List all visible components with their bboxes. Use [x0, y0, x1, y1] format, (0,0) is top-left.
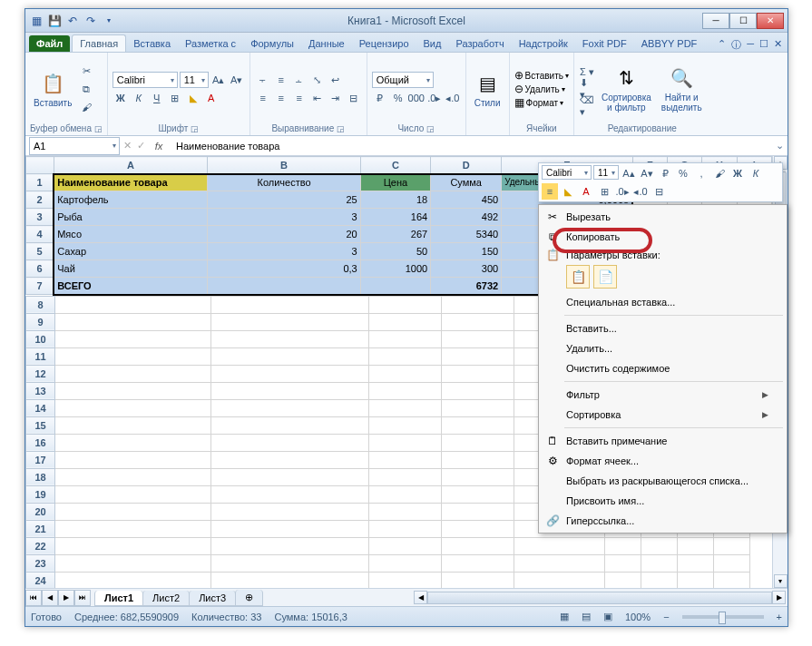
mini-currency-icon[interactable]: ₽ [657, 165, 673, 181]
cell[interactable]: Количество [208, 174, 360, 191]
merge-icon[interactable]: ⊟ [346, 90, 362, 106]
cell[interactable]: 25 [208, 191, 360, 209]
cell[interactable] [55, 416, 211, 434]
cell[interactable] [369, 365, 442, 382]
doc-min-icon[interactable]: ─ [747, 38, 754, 52]
cells-insert-button[interactable]: ⊕Вставить ▾ [514, 69, 569, 82]
font-size-combo[interactable]: 11 [180, 72, 209, 88]
cell[interactable] [211, 382, 369, 399]
ctx-paste-special[interactable]: Специальная вставка... [541, 292, 785, 312]
cell[interactable] [211, 554, 369, 572]
hscroll-thumb[interactable] [427, 592, 772, 604]
cell[interactable] [678, 554, 714, 572]
row-header[interactable]: 9 [26, 313, 55, 330]
cells-delete-button[interactable]: ⊖Удалить ▾ [514, 83, 569, 95]
cell[interactable]: 1000 [360, 260, 431, 278]
cell[interactable] [211, 485, 369, 503]
ctx-copy[interactable]: ⧉Копировать [541, 227, 785, 247]
indent-dec-icon[interactable]: ⇤ [309, 90, 326, 106]
mini-bold-button[interactable]: Ж [729, 165, 746, 181]
cell[interactable] [211, 296, 369, 313]
currency-icon[interactable]: ₽ [372, 90, 388, 106]
select-all-corner[interactable] [26, 157, 54, 174]
row-header[interactable]: 19 [26, 485, 55, 503]
cell[interactable] [55, 537, 211, 554]
undo-icon[interactable]: ↶ [65, 14, 80, 28]
cell[interactable] [514, 554, 605, 572]
sheet-last-icon[interactable]: ⏭ [74, 590, 91, 606]
cell[interactable]: 3 [208, 209, 360, 226]
col-header[interactable]: D [431, 157, 502, 174]
comma-icon[interactable]: 000 [408, 90, 425, 106]
redo-icon[interactable]: ↷ [83, 14, 98, 28]
zoom-in-button[interactable]: + [777, 612, 782, 622]
doc-restore-icon[interactable]: ☐ [759, 38, 768, 52]
cell[interactable] [678, 572, 714, 588]
align-launcher[interactable]: ◲ [337, 124, 345, 133]
cell[interactable]: Мясо [54, 226, 208, 243]
cell[interactable] [714, 537, 750, 554]
tab-abbyy[interactable]: ABBYY PDF [634, 35, 705, 52]
number-launcher[interactable]: ◲ [426, 124, 435, 133]
mini-font-combo[interactable]: Calibri [542, 165, 592, 180]
clear-icon[interactable]: ⌫ ▾ [579, 98, 595, 114]
align-left-icon[interactable]: ≡ [255, 90, 271, 106]
cell[interactable] [55, 572, 211, 588]
cell[interactable]: 164 [360, 209, 431, 226]
cell[interactable] [55, 503, 211, 520]
cell[interactable] [55, 382, 211, 399]
format-painter-icon[interactable]: 🖌 [78, 99, 94, 115]
mini-fill-color-icon[interactable]: ◣ [560, 183, 576, 200]
sheet-prev-icon[interactable]: ◀ [42, 590, 58, 606]
ctx-hyperlink[interactable]: 🔗Гиперссылка... [541, 511, 785, 531]
row-header[interactable]: 2 [26, 191, 54, 209]
shrink-font-icon[interactable]: A▾ [229, 72, 245, 88]
cell[interactable] [442, 399, 514, 416]
cell[interactable] [55, 365, 211, 382]
mini-merge-icon[interactable]: ⊟ [651, 183, 667, 200]
cell[interactable]: ВСЕГО [54, 278, 208, 295]
font-name-combo[interactable]: Calibri [113, 72, 178, 88]
col-header[interactable]: C [360, 157, 431, 174]
ctx-insert[interactable]: Вставить... [541, 318, 785, 338]
cell[interactable] [369, 520, 442, 537]
cell[interactable]: Чай [54, 260, 208, 278]
cell[interactable] [605, 537, 641, 554]
tab-addins[interactable]: Надстройк [512, 35, 575, 52]
tab-file[interactable]: Файл [29, 35, 70, 52]
ribbon-minimize-icon[interactable]: ⌃ [718, 38, 726, 52]
ctx-cut[interactable]: ✂Вырезать [541, 207, 785, 227]
cell[interactable] [55, 399, 211, 416]
cell[interactable]: Цена [360, 174, 431, 191]
ctx-pick-list[interactable]: Выбрать из раскрывающегося списка... [541, 471, 785, 491]
row-header[interactable]: 17 [26, 451, 55, 468]
cell[interactable] [369, 503, 442, 520]
sheet-next-icon[interactable]: ▶ [58, 590, 74, 606]
ctx-delete[interactable]: Удалить... [541, 338, 785, 358]
font-color-icon[interactable]: A [203, 90, 220, 106]
close-button[interactable]: ✕ [757, 13, 784, 29]
cell[interactable] [641, 554, 678, 572]
cell[interactable] [442, 330, 514, 347]
accept-formula-icon[interactable]: ✓ [137, 140, 145, 152]
cell[interactable] [369, 296, 442, 313]
cell[interactable]: Рыба [54, 209, 208, 226]
cell[interactable] [208, 278, 360, 295]
cell[interactable] [442, 434, 514, 451]
cell[interactable] [55, 468, 211, 485]
paste-option-values-icon[interactable]: 📄 [593, 265, 617, 289]
cell[interactable] [211, 399, 369, 416]
cell[interactable] [442, 451, 514, 468]
help-icon[interactable]: ⓘ [731, 38, 741, 52]
align-middle-icon[interactable]: ≡ [273, 72, 289, 88]
align-right-icon[interactable]: ≡ [291, 90, 308, 106]
row-header[interactable]: 1 [26, 174, 54, 191]
ctx-filter[interactable]: Фильтр▶ [541, 385, 785, 405]
cell[interactable] [442, 520, 514, 537]
tab-review[interactable]: Рецензиро [352, 35, 416, 52]
cell[interactable] [442, 537, 514, 554]
row-header[interactable]: 7 [26, 278, 54, 295]
view-break-icon[interactable]: ▣ [603, 611, 612, 622]
cell[interactable]: 18 [360, 191, 431, 209]
paste-option-all-icon[interactable]: 📋 [566, 265, 590, 289]
